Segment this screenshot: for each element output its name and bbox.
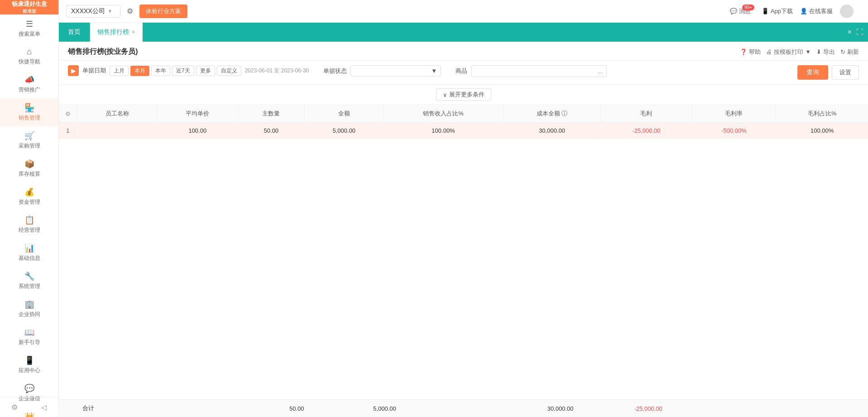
date-current-month-button[interactable]: 本月	[130, 66, 149, 76]
date-more-button[interactable]: 更多	[196, 66, 215, 76]
message-badge: 99+	[742, 5, 754, 10]
sidebar-item-basic[interactable]: 📊 基础信息	[0, 239, 58, 267]
col-sales-pct-header: 销售收入占比%	[384, 105, 503, 123]
template-print-label: 按模板打印	[774, 48, 803, 56]
sidebar-item-finance[interactable]: 💰 资金管理	[0, 182, 58, 211]
column-settings-icon[interactable]: ⚙	[65, 110, 71, 117]
tab-home-label: 首页	[68, 28, 81, 36]
refresh-icon: ↻	[840, 48, 845, 55]
main-content: XXXXX公司 ▼ ⚙ 体验行业方案 💬 消息 99+ 📱 App下载 👤 在线…	[59, 0, 868, 417]
window-expand-icon[interactable]: ⛶	[856, 28, 863, 36]
table-row: 1 100.00 50.00 5,000.00 100.00% 30,000.0…	[59, 123, 868, 139]
data-table: ⚙ 员工名称 平均单价 主数量	[59, 105, 868, 139]
sidebar-item-system[interactable]: 🔧 系统管理	[0, 267, 58, 295]
goods-input[interactable]: ...	[471, 65, 607, 77]
goods-more-icon[interactable]: ...	[597, 67, 603, 75]
footer-row: 合计 50.00 5,000.00 30,000.00 -25,000.00	[59, 404, 868, 412]
sidebar-item-label: 系统管理	[19, 283, 40, 290]
date-prev-month-button[interactable]: 上月	[110, 66, 129, 76]
col-profit-pct-header: 毛利占比%	[776, 105, 868, 123]
template-print-button[interactable]: 🖨 按模板打印 ▼	[766, 48, 811, 56]
query-button[interactable]: 查询	[797, 65, 828, 80]
date-custom-button[interactable]: 自定义	[217, 66, 241, 76]
sidebar-item-enterprise[interactable]: 🏢 企业协同	[0, 295, 58, 323]
logo-title: 畅康通好生意	[12, 0, 47, 8]
sidebar-item-purchase[interactable]: 🛒 采购管理	[0, 126, 58, 154]
sidebar-item-sales[interactable]: 🏪 销售管理	[0, 98, 58, 126]
cell-sales-pct: 100.00%	[384, 123, 503, 139]
sidebar-item-shortcut[interactable]: ⌂ 快捷导航	[0, 43, 58, 70]
col-main-qty-header: 主数量	[238, 105, 305, 123]
export-label: 导出	[823, 48, 835, 56]
message-icon: 💬	[730, 8, 737, 14]
refresh-label: 刷新	[847, 48, 859, 56]
col-settings-header[interactable]: ⚙	[59, 105, 77, 123]
app-download-button[interactable]: 📱 App下载	[762, 7, 793, 15]
col-cost-header: 成本全额 ⓘ	[503, 105, 601, 123]
export-button[interactable]: ⬇ 导出	[816, 48, 835, 56]
sidebar-item-marketing[interactable]: 📣 营销推广	[0, 70, 58, 98]
logo-subtitle: 标准版	[23, 8, 36, 14]
avatar[interactable]	[840, 5, 854, 18]
date-filter-label: 单据日期	[82, 67, 106, 75]
col-profit-rate-header: 毛利率	[692, 105, 776, 123]
status-select[interactable]: ▼	[350, 65, 441, 77]
sidebar-item-label: 营销推广	[19, 86, 40, 94]
tab-sales-ranking[interactable]: 销售排行榜 ×	[90, 23, 143, 42]
trial-button[interactable]: 体验行业方案	[139, 5, 187, 18]
goods-filter-label: 商品	[456, 67, 467, 75]
filter-toggle-button[interactable]: ▶	[68, 65, 79, 76]
sidebar: 畅康通好生意 标准版 ☰ 搜索菜单 ⌂ 快捷导航 📣 营销推广 🏪 销售管理 🛒…	[0, 0, 59, 417]
settings-button[interactable]: 设置	[832, 65, 859, 80]
sidebar-item-guide[interactable]: 📖 新手引导	[0, 323, 58, 351]
tabbar: 首页 销售排行榜 × × ⛶	[59, 23, 868, 42]
apps-icon: 📱	[24, 355, 34, 365]
help-icon: ❓	[740, 48, 747, 55]
sidebar-collapse-button[interactable]: ◁	[29, 398, 59, 417]
col-total-header: 全额	[305, 105, 384, 123]
window-close-icon[interactable]: ×	[848, 28, 852, 36]
cell-name	[77, 123, 158, 139]
app-logo: 畅康通好生意 标准版	[0, 0, 58, 14]
more-conditions-bar: ∨ 展开更多条件	[59, 85, 868, 105]
page-actions: ❓ 帮助 🖨 按模板打印 ▼ ⬇ 导出 ↻ 刷新	[740, 48, 859, 56]
cell-total: 5,000.00	[305, 123, 384, 139]
table-footer: 合计 50.00 5,000.00 30,000.00 -25,000.00	[59, 399, 868, 417]
sidebar-item-label: 新手引导	[19, 339, 40, 346]
tab-close-icon[interactable]: ×	[132, 29, 135, 35]
tab-home[interactable]: 首页	[59, 23, 90, 42]
sidebar-item-operations[interactable]: 📋 经营管理	[0, 211, 58, 239]
home-icon: ⌂	[27, 47, 32, 57]
col-profit-header: 毛利	[601, 105, 692, 123]
date-year-button[interactable]: 本年	[151, 66, 170, 76]
sidebar-item-label: 采购管理	[19, 142, 40, 150]
col-name-header: 员工名称	[77, 105, 158, 123]
template-dropdown-icon: ▼	[805, 48, 811, 55]
footer-cost: 30,000.00	[517, 405, 604, 412]
sidebar-bottom: ⚙ ◁	[0, 397, 58, 417]
message-button[interactable]: 💬 消息 99+	[730, 7, 751, 15]
date-7days-button[interactable]: 近7天	[172, 66, 194, 76]
topbar-settings-icon[interactable]: ⚙	[127, 7, 133, 15]
app-download-icon: 📱	[762, 8, 769, 14]
tabbar-right: × ⛶	[848, 28, 868, 36]
footer-profit: -25,000.00	[604, 405, 692, 412]
cell-profit-rate: -500.00%	[692, 123, 776, 139]
finance-icon: 💰	[24, 187, 34, 197]
online-service-button[interactable]: 👤 在线客服	[800, 7, 833, 15]
operations-icon: 📋	[24, 215, 34, 225]
sidebar-item-label: 销售管理	[19, 114, 40, 122]
data-table-container: ⚙ 员工名称 平均单价 主数量	[59, 105, 868, 399]
page-inner: 销售排行榜(按业务员) ❓ 帮助 🖨 按模板打印 ▼ ⬇ 导出	[59, 42, 868, 417]
sidebar-item-inventory[interactable]: 📦 库存核算	[0, 154, 58, 182]
refresh-button[interactable]: ↻ 刷新	[840, 48, 859, 56]
sales-icon: 🏪	[24, 103, 34, 113]
sidebar-item-search[interactable]: ☰ 搜索菜单	[0, 14, 58, 43]
sidebar-item-apps[interactable]: 📱 应用中心	[0, 351, 58, 379]
help-button[interactable]: ❓ 帮助	[740, 48, 761, 56]
expand-conditions-button[interactable]: ∨ 展开更多条件	[436, 88, 491, 101]
sidebar-settings-button[interactable]: ⚙	[0, 398, 29, 417]
footer-total: 5,000.00	[340, 405, 428, 412]
status-filter-label: 单据状态	[323, 67, 347, 75]
company-selector[interactable]: XXXXX公司 ▼	[66, 5, 120, 18]
